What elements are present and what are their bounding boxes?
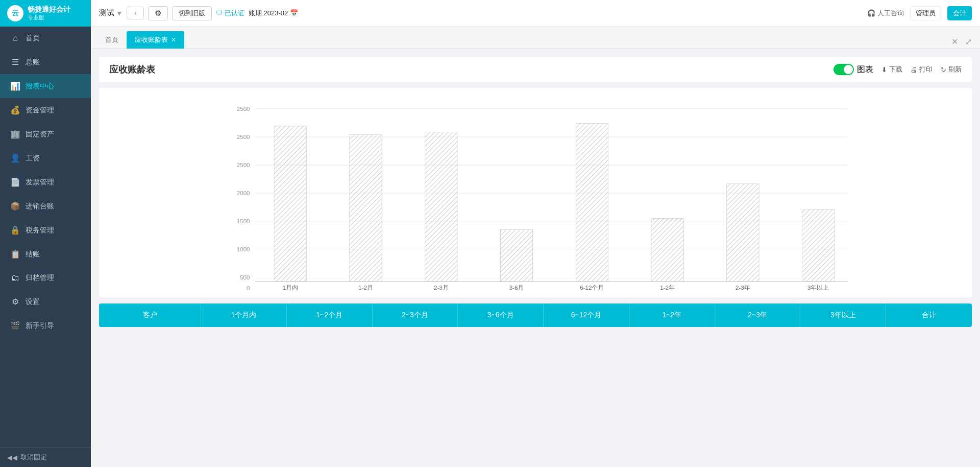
svg-text:3年以上: 3年以上 [807, 284, 829, 291]
svg-text:0: 0 [247, 285, 250, 291]
tabbar: 首页 应收账龄表 ✕ ✕ ⤢ [91, 27, 980, 49]
page-title: 应收账龄表 [109, 63, 155, 76]
settings-icon: ⚙ [10, 297, 20, 307]
guide-icon: 🎬 [10, 321, 20, 331]
sidebar-label-settings: 设置 [26, 297, 40, 307]
sidebar: 云 畅捷通好会计 专业版 ⌂首页☰总账📊报表中心💰资金管理🏢固定资产👤工资📄发票… [0, 0, 91, 467]
sidebar-item-closing[interactable]: 📋结账 [0, 242, 91, 266]
expand-btn[interactable]: ⤢ [963, 35, 974, 49]
home-icon: ⌂ [10, 34, 20, 43]
download-icon: ⬇ [881, 66, 887, 74]
accountant-btn[interactable]: 会计 [947, 6, 972, 20]
th-7: 2~3年 [715, 303, 801, 327]
close-panel-btn[interactable]: ✕ [949, 35, 960, 49]
invoice-icon: 📄 [10, 177, 20, 187]
svg-text:3-6月: 3-6月 [509, 284, 524, 291]
sidebar-label-invoice: 发票管理 [26, 178, 54, 187]
th-4: 3~6个月 [458, 303, 544, 327]
topbar: 测试 ▾ + ⚙ 切到旧版 🛡 已认证 账期 2023-02 📅 🎧 人工咨询 [91, 0, 980, 27]
settings-btn[interactable]: ⚙ [148, 6, 168, 20]
svg-text:6-12个月: 6-12个月 [580, 284, 604, 291]
sidebar-item-sales[interactable]: 📦进销台账 [0, 194, 91, 218]
sidebar-label-report: 报表中心 [26, 82, 54, 91]
sidebar-item-funds[interactable]: 💰资金管理 [0, 98, 91, 122]
page-actions: 图表 ⬇ 下载 🖨 打印 ↻ 刷新 [834, 64, 962, 75]
sidebar-item-invoice[interactable]: 📄发票管理 [0, 170, 91, 194]
ledger-icon: ☰ [10, 57, 20, 67]
th-8: 3年以上 [800, 303, 886, 327]
payroll-icon: 👤 [10, 153, 20, 163]
download-btn[interactable]: ⬇ 下载 [881, 65, 902, 74]
sales-icon: 📦 [10, 201, 20, 211]
certified-badge: 🛡 已认证 [216, 9, 244, 18]
table-wrap: 客户1个月内1~2个月2~3个月3~6个月6~12个月1~2年2~3年3年以上合… [99, 303, 972, 327]
assets-icon: 🏢 [10, 129, 20, 139]
sidebar-item-archive[interactable]: 🗂归档管理 [0, 266, 91, 290]
svg-text:1-2年: 1-2年 [660, 284, 675, 291]
sidebar-item-guide[interactable]: 🎬新手引导 [0, 314, 91, 338]
add-btn[interactable]: + [127, 7, 144, 19]
sidebar-item-tax[interactable]: 🔒税务管理 [0, 218, 91, 242]
bar-3-6月 [500, 230, 532, 282]
tab-close-icon[interactable]: ✕ [171, 36, 176, 43]
sidebar-item-assets[interactable]: 🏢固定资产 [0, 122, 91, 146]
funds-icon: 💰 [10, 105, 20, 115]
sidebar-label-home: 首页 [26, 34, 40, 43]
th-6: 1~2年 [629, 303, 715, 327]
table-header: 客户1个月内1~2个月2~3个月3~6个月6~12个月1~2年2~3年3年以上合… [99, 303, 972, 327]
th-3: 2~3个月 [373, 303, 458, 327]
consult-btn[interactable]: 🎧 人工咨询 [867, 9, 904, 18]
tab-home[interactable]: 首页 [97, 31, 127, 49]
switch-version-btn[interactable]: 切到旧版 [172, 6, 212, 20]
tabbar-right: ✕ ⤢ [949, 35, 974, 49]
sidebar-label-sales: 进销台账 [26, 202, 54, 211]
sidebar-item-settings[interactable]: ⚙设置 [0, 290, 91, 314]
dropdown-icon[interactable]: ▾ [117, 9, 121, 18]
bar-2-3年 [727, 184, 759, 282]
tab-aging[interactable]: 应收账龄表 ✕ [127, 31, 184, 49]
calendar-icon[interactable]: 📅 [290, 9, 298, 17]
chart-toggle-label: 图表 [857, 64, 873, 75]
sidebar-item-ledger[interactable]: ☰总账 [0, 50, 91, 74]
bar-3年以上 [802, 210, 835, 282]
refresh-btn[interactable]: ↻ 刷新 [941, 65, 962, 74]
svg-text:500: 500 [240, 274, 250, 281]
svg-text:2-3月: 2-3月 [434, 284, 449, 291]
th-2: 1~2个月 [287, 303, 373, 327]
chart-toggle[interactable] [834, 64, 854, 75]
content-area: 应收账龄表 图表 ⬇ 下载 🖨 打印 ↻ 刷新 [91, 49, 980, 467]
company-name: 测试 ▾ [99, 8, 121, 18]
sidebar-item-report[interactable]: 📊报表中心 [0, 74, 91, 98]
sidebar-label-ledger: 总账 [26, 58, 40, 67]
svg-text:2500: 2500 [237, 105, 250, 112]
app-edition: 专业版 [28, 14, 70, 21]
th-9: 合计 [886, 303, 972, 327]
print-icon: 🖨 [911, 66, 917, 74]
bar-1-2年 [651, 218, 683, 282]
cancel-fixed-btn[interactable]: ◀◀ 取消固定 [0, 447, 91, 467]
bar-6-12月 [576, 124, 608, 282]
sidebar-label-archive: 归档管理 [26, 273, 54, 283]
closing-icon: 📋 [10, 249, 20, 259]
chart-container: 2500 2500 2500 2000 1500 1000 500 0 [99, 88, 972, 297]
sidebar-label-guide: 新手引导 [26, 321, 54, 331]
bar-1-2月 [350, 135, 382, 282]
print-btn[interactable]: 🖨 打印 [911, 65, 933, 74]
bar-2-3月 [425, 132, 457, 282]
topbar-right: 🎧 人工咨询 管理员 会计 [867, 6, 972, 20]
archive-icon: 🗂 [10, 273, 20, 283]
sidebar-label-closing: 结账 [26, 250, 40, 259]
manager-btn[interactable]: 管理员 [910, 6, 941, 20]
sidebar-label-assets: 固定资产 [26, 130, 54, 139]
th-1: 1个月内 [201, 303, 287, 327]
sidebar-label-tax: 税务管理 [26, 226, 54, 235]
svg-text:2500: 2500 [237, 161, 250, 168]
chart-toggle-wrap: 图表 [834, 64, 873, 75]
headset-icon: 🎧 [867, 9, 875, 17]
sidebar-item-payroll[interactable]: 👤工资 [0, 146, 91, 170]
sidebar-item-home[interactable]: ⌂首页 [0, 27, 91, 50]
sidebar-nav: ⌂首页☰总账📊报表中心💰资金管理🏢固定资产👤工资📄发票管理📦进销台账🔒税务管理📋… [0, 27, 91, 447]
topbar-actions: + ⚙ 切到旧版 🛡 已认证 账期 2023-02 📅 [127, 6, 298, 20]
svg-text:2000: 2000 [237, 190, 250, 196]
sidebar-label-payroll: 工资 [26, 154, 40, 163]
